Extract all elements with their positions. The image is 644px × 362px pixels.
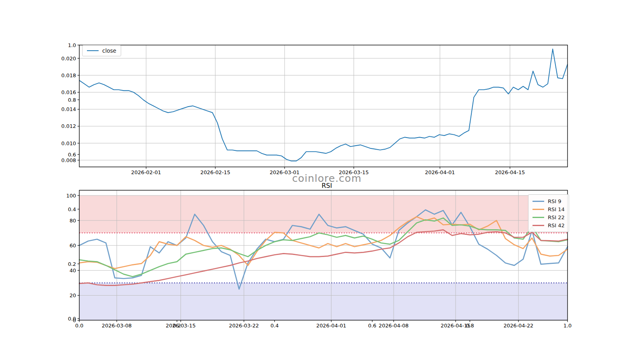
legend-entry-rsi-9: RSI 9 <box>533 197 565 205</box>
overlay-y-tick-label: 1.0 <box>68 42 76 48</box>
y-tick-label: 60 <box>70 243 76 249</box>
chart-figure: 0.0200.0180.0160.0140.0120.0100.0082026-… <box>0 0 644 362</box>
legend-line-sample <box>87 50 99 51</box>
x-tick-label: 2026-04-08 <box>379 323 409 329</box>
overlay-y-tick-label: 0.8 <box>68 97 76 103</box>
series-line-rsi42 <box>79 230 568 285</box>
x-tick-label: 2026-04-22 <box>504 323 533 329</box>
y-tick-label: 0.014 <box>61 106 76 112</box>
overlay-x-tick-label: 0.2 <box>173 323 181 329</box>
legend-entry-rsi-14: RSI 14 <box>533 205 565 213</box>
legend-line-sample <box>533 201 544 202</box>
y-tick-label: 0.016 <box>61 89 76 95</box>
x-tick-label: 2026-03-22 <box>229 323 259 329</box>
legend-label: RSI 14 <box>548 206 565 212</box>
overlay-y-tick-label: 0.4 <box>68 206 76 212</box>
y-tick-label: 0.020 <box>61 56 76 62</box>
oversold-band <box>79 283 568 320</box>
overlay-x-tick-label: 1.0 <box>564 323 572 329</box>
legend-line-sample <box>533 225 544 226</box>
x-tick-label: 2026-03-08 <box>102 323 132 329</box>
legend-entry-close: close <box>87 47 116 54</box>
overlay-y-tick-label: 0.2 <box>68 261 76 267</box>
y-tick-label: 40 <box>70 267 76 274</box>
price-axes-border <box>79 45 568 167</box>
y-tick-label: 0.008 <box>61 157 76 163</box>
overlay-x-tick-label: 0.8 <box>466 323 474 329</box>
legend-line-sample <box>533 209 544 210</box>
y-tick-label: 20 <box>70 292 76 298</box>
y-tick-label: 0.018 <box>61 72 76 78</box>
legend-label: RSI 22 <box>548 214 565 220</box>
legend-entry-rsi-42: RSI 42 <box>533 221 565 229</box>
overbought-band <box>79 195 568 233</box>
y-tick-label: 100 <box>66 193 76 199</box>
legend-label: close <box>102 47 116 54</box>
legend-entry-rsi-22: RSI 22 <box>533 213 565 221</box>
overlay-x-tick-label: 0.6 <box>368 323 376 329</box>
legend-line-sample <box>533 217 544 218</box>
price-legend: close <box>82 45 121 56</box>
overlay-x-tick-label: 0.4 <box>270 323 279 329</box>
y-tick-label: 0.012 <box>61 123 76 129</box>
legend-label: RSI 9 <box>548 198 561 204</box>
rsi-chart-title: RSI <box>0 182 644 189</box>
y-tick-label: 0.010 <box>61 140 76 146</box>
overlay-y-tick-label: 0.6 <box>68 152 76 158</box>
overlay-x-tick-label: 0.0 <box>75 323 83 329</box>
rsi-legend: RSI 9RSI 14RSI 22RSI 42 <box>528 194 569 232</box>
close-line <box>79 49 568 161</box>
y-tick-label: 80 <box>70 218 76 224</box>
legend-label: RSI 42 <box>548 222 565 228</box>
x-tick-label: 2026-04-01 <box>316 323 346 329</box>
